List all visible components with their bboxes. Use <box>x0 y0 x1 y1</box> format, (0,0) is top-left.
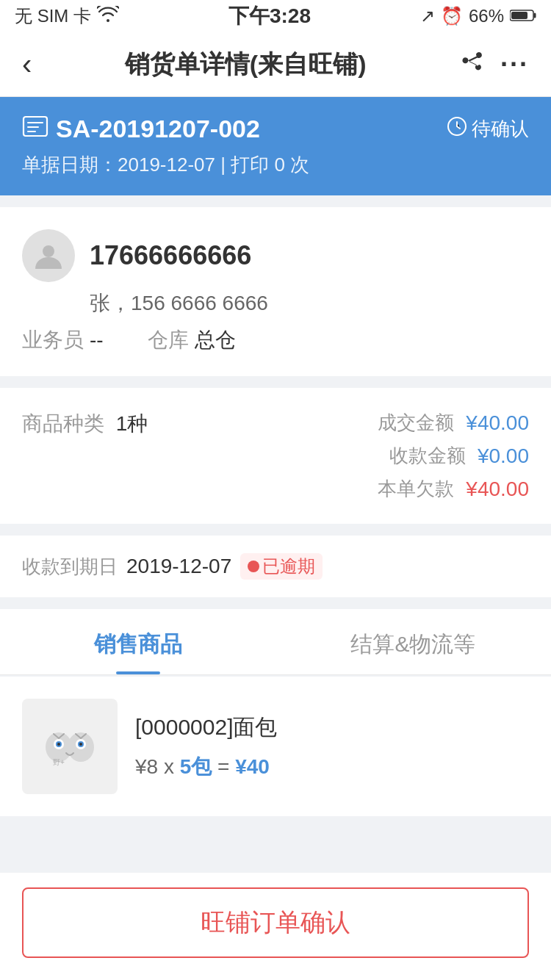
bottom-bar: 旺铺订单确认 <box>0 873 551 980</box>
customer-name: 张，156 6666 6666 <box>90 289 529 317</box>
product-item: 野+ [0000002]面包 ¥8 x 5包 = ¥40 <box>22 699 529 794</box>
carrier-text: 无 SIM 卡 <box>15 4 91 28</box>
customer-phone[interactable]: 17666666666 <box>90 240 251 271</box>
summary-section: 商品种类 1种 成交金额 ¥40.00 收款金额 ¥0.00 本单欠款 ¥40.… <box>0 388 551 524</box>
due-date-value: 2019-12-07 <box>126 555 231 578</box>
owed-label: 本单欠款 <box>378 476 454 502</box>
order-id: SA-20191207-002 <box>22 115 260 143</box>
due-label: 收款到期日 <box>22 554 118 580</box>
product-price: ¥8 x 5包 = ¥40 <box>135 753 529 781</box>
order-date: 单据日期：2019-12-07 | 打印 0 次 <box>22 152 529 178</box>
tabs-section: 销售商品 结算&物流等 <box>0 609 551 675</box>
goods-type-label: 商品种类 <box>22 412 104 435</box>
order-header: SA-20191207-002 待确认 单据日期：2019-12-07 | 打印… <box>0 97 551 195</box>
battery-icon <box>510 6 536 26</box>
amount-value: ¥40.00 <box>466 411 529 435</box>
overdue-text: 已逾期 <box>262 555 315 578</box>
tab-products[interactable]: 销售商品 <box>0 609 276 674</box>
amount-label: 成交金额 <box>378 410 454 436</box>
overdue-badge: 已逾期 <box>240 553 323 580</box>
location-icon: ↗ <box>420 6 435 26</box>
status-right: ↗ ⏰ 66% <box>420 6 536 26</box>
tab-settlement[interactable]: 结算&物流等 <box>276 609 551 674</box>
summary-left: 商品种类 1种 <box>22 410 148 438</box>
sales-label: 业务员 <box>22 326 84 354</box>
alarm-icon: ⏰ <box>441 6 463 26</box>
overdue-dot-icon <box>248 561 259 572</box>
received-label: 收款金额 <box>389 443 466 469</box>
received-value: ¥0.00 <box>478 444 529 468</box>
battery-text: 66% <box>469 6 504 26</box>
product-info: [0000002]面包 ¥8 x 5包 = ¥40 <box>135 713 529 781</box>
warehouse-value: 总仓 <box>195 326 236 354</box>
more-icon[interactable]: ··· <box>500 49 529 80</box>
product-name: [0000002]面包 <box>135 713 529 743</box>
warehouse-label: 仓库 <box>148 326 189 354</box>
svg-point-13 <box>79 743 82 746</box>
back-button[interactable]: ‹ <box>22 48 32 81</box>
due-date-section: 收款到期日 2019-12-07 已逾期 <box>0 536 551 597</box>
page-title: 销货单详情(来自旺铺) <box>125 48 367 82</box>
owed-value: ¥40.00 <box>466 478 529 501</box>
clock-icon <box>447 116 467 142</box>
svg-point-12 <box>57 743 60 746</box>
amount-row: 成交金额 ¥40.00 <box>378 410 529 436</box>
product-thumbnail: 野+ <box>22 699 118 794</box>
received-row: 收款金额 ¥0.00 <box>389 443 529 469</box>
goods-type-item: 商品种类 1种 <box>22 410 148 438</box>
owed-row: 本单欠款 ¥40.00 <box>378 476 529 502</box>
confirm-button[interactable]: 旺铺订单确认 <box>22 887 529 958</box>
avatar <box>22 229 75 282</box>
customer-row: 17666666666 <box>22 229 529 282</box>
sales-value: -- <box>90 328 104 352</box>
share-icon[interactable] <box>459 48 486 80</box>
svg-point-5 <box>43 245 54 257</box>
nav-actions: ··· <box>459 48 529 80</box>
summary-right: 成交金额 ¥40.00 收款金额 ¥0.00 本单欠款 ¥40.00 <box>378 410 529 502</box>
status-left: 无 SIM 卡 <box>15 4 119 28</box>
svg-rect-2 <box>511 12 527 19</box>
order-status: 待确认 <box>447 116 529 142</box>
svg-text:野+: 野+ <box>53 758 65 766</box>
warehouse-info: 仓库 总仓 <box>148 326 236 354</box>
product-total: ¥40 <box>235 755 270 778</box>
customer-section: 17666666666 张，156 6666 6666 业务员 -- 仓库 总仓 <box>0 207 551 376</box>
product-qty: 5包 <box>180 755 212 778</box>
nav-bar: ‹ 销货单详情(来自旺铺) ··· <box>0 32 551 97</box>
status-bar: 无 SIM 卡 下午3:28 ↗ ⏰ 66% <box>0 0 551 32</box>
customer-info-row: 业务员 -- 仓库 总仓 <box>22 326 529 354</box>
svg-rect-1 <box>533 13 536 18</box>
sales-info: 业务员 -- <box>22 326 104 354</box>
order-icon <box>22 115 48 143</box>
status-time: 下午3:28 <box>228 2 311 30</box>
wifi-icon <box>97 6 119 26</box>
goods-type-value: 1种 <box>116 412 148 435</box>
product-section: 野+ [0000002]面包 ¥8 x 5包 = ¥40 <box>0 677 551 816</box>
